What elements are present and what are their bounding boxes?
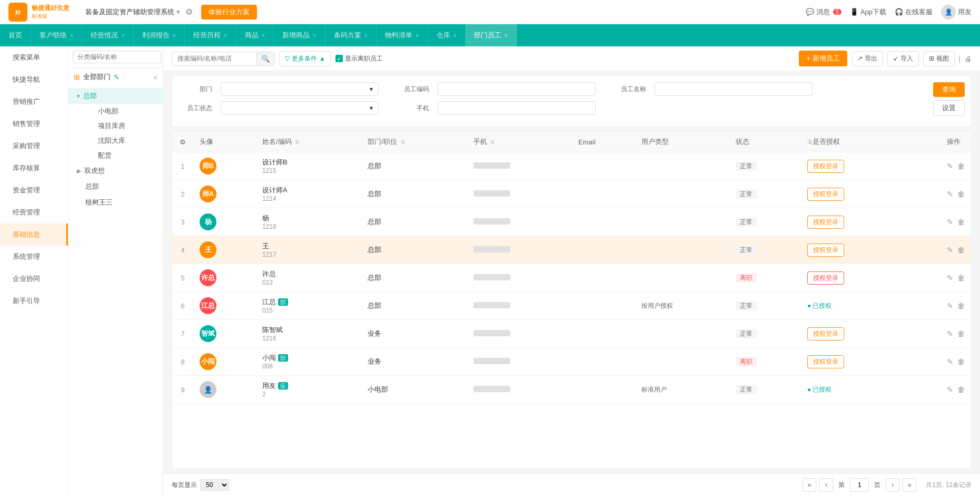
edit-icon[interactable]: ✎ (947, 246, 953, 254)
view-button[interactable]: ⊞ 视图 (923, 51, 955, 66)
search-button[interactable]: 🔍 (256, 52, 274, 65)
delete-icon[interactable]: 🗑 (957, 302, 965, 310)
sidebar-item-basic[interactable]: 基础信息 (0, 223, 68, 246)
delete-icon[interactable]: 🗑 (957, 329, 965, 338)
nav-tab-利润报告[interactable]: 利润报告× (134, 24, 185, 46)
dept-node-zongbu2[interactable]: 总部 (68, 179, 163, 194)
tab-close-icon[interactable]: × (504, 32, 508, 38)
delete-icon[interactable]: 🗑 (957, 357, 965, 366)
add-employee-button[interactable]: + 新增员工 (799, 51, 847, 66)
dept-child-xiangmu[interactable]: 项目库房 (83, 119, 163, 133)
dept-child-xiaodian[interactable]: 小电部 (83, 104, 163, 119)
auth-button[interactable]: 授权登录 (807, 244, 844, 257)
col-settings[interactable]: ⚙ (172, 132, 193, 152)
delete-icon[interactable]: 🗑 (957, 218, 965, 226)
last-page-button[interactable]: » (903, 478, 916, 492)
sidebar-item-quicknav[interactable]: 快捷导航 (0, 69, 68, 91)
delete-icon[interactable]: 🗑 (957, 246, 965, 254)
empcode-filter-input[interactable] (438, 82, 596, 96)
sidebar-item-corp[interactable]: 企业协同 (0, 268, 68, 290)
auth-button[interactable]: 授权登录 (807, 355, 844, 368)
nav-tab-新增商品[interactable]: 新增商品× (274, 24, 325, 46)
set-button[interactable]: 设置 (933, 100, 965, 116)
edit-icon[interactable]: ✎ (947, 218, 953, 226)
search-input[interactable] (172, 52, 256, 65)
app-download-button[interactable]: 📱 App下载 (850, 7, 886, 17)
dept-node-zhishu[interactable]: 植树王三 (68, 194, 163, 210)
nav-tab-条码方案[interactable]: 条码方案× (325, 24, 377, 46)
edit-icon[interactable]: ✎ (947, 274, 953, 282)
print-button[interactable]: 🖨 (965, 55, 972, 63)
nav-tab-商品[interactable]: 商品× (236, 24, 274, 46)
edit-icon[interactable]: ✎ (947, 385, 953, 394)
delete-icon[interactable]: 🗑 (957, 385, 965, 394)
auth-button[interactable]: 授权登录 (807, 188, 844, 201)
query-button[interactable]: 查询 (933, 82, 965, 97)
nav-tab-经营情况[interactable]: 经营情况× (82, 24, 133, 46)
dept-child-shenyang[interactable]: 沈阳大库 (83, 133, 163, 148)
system-name-dropdown[interactable]: ▾ (176, 8, 180, 16)
show-resigned-checkbox[interactable]: ✓ 显示离职员工 (335, 54, 383, 63)
sidebar-item-marketing[interactable]: 营销推广 (0, 91, 68, 113)
nav-tab-经营历程[interactable]: 经营历程× (185, 24, 236, 46)
nav-tab-部门员工[interactable]: 部门员工× (466, 24, 517, 46)
auth-button[interactable]: 授权登录 (807, 160, 844, 173)
sidebar-item-operations[interactable]: 经营管理 (0, 201, 68, 223)
nav-tab-物料清单[interactable]: 物料清单× (377, 24, 428, 46)
more-filter-button[interactable]: ▽ 更多条件 ▲ (279, 51, 331, 66)
col-name[interactable]: 姓名/编码 ⇅ (256, 132, 361, 152)
sidebar-item-finance[interactable]: 资金管理 (0, 179, 68, 201)
prev-page-button[interactable]: ‹ (819, 478, 833, 492)
gear-icon[interactable]: ⚙ (185, 7, 193, 17)
col-dept[interactable]: 部门/职位 ⇅ (361, 132, 467, 152)
print-icon[interactable]: | (959, 55, 961, 63)
auth-button[interactable]: 授权登录 (807, 271, 844, 285)
tab-close-icon[interactable]: × (415, 32, 419, 38)
tab-close-icon[interactable]: × (121, 32, 124, 38)
dept-collapse-icon[interactable]: « (154, 73, 157, 81)
empname-filter-input[interactable] (655, 82, 813, 96)
user-button[interactable]: 👤 用友 (941, 5, 972, 20)
edit-icon[interactable]: ✎ (947, 357, 953, 366)
tab-close-icon[interactable]: × (453, 32, 457, 38)
dept-edit-icon[interactable]: ✎ (114, 73, 120, 81)
sidebar-item-search[interactable]: 搜索菜单 (0, 46, 68, 69)
trial-button[interactable]: 体验行业方案 (201, 5, 257, 20)
edit-icon[interactable]: ✎ (947, 329, 953, 338)
nav-tab-首页[interactable]: 首页 (0, 24, 31, 46)
sidebar-item-inventory[interactable]: 库存核算 (0, 157, 68, 179)
nav-tab-客户联络[interactable]: 客户联络× (31, 24, 82, 46)
edit-icon[interactable]: ✎ (947, 190, 953, 198)
edit-icon[interactable]: ✎ (947, 162, 953, 170)
page-number-input[interactable] (850, 478, 869, 492)
import-button[interactable]: ↙ 导入 (887, 51, 919, 66)
tab-close-icon[interactable]: × (364, 32, 368, 38)
tab-close-icon[interactable]: × (224, 32, 227, 38)
nav-tab-仓库[interactable]: 仓库× (428, 24, 466, 46)
page-size-select[interactable]: 50 100 200 (200, 479, 229, 491)
delete-icon[interactable]: 🗑 (957, 190, 965, 198)
sidebar-item-sales[interactable]: 销售管理 (0, 113, 68, 135)
phone-filter-input[interactable] (438, 101, 596, 115)
delete-icon[interactable]: 🗑 (957, 274, 965, 282)
tab-close-icon[interactable]: × (262, 32, 265, 38)
tab-close-icon[interactable]: × (313, 32, 316, 38)
messages-button[interactable]: 💬 消息 5 (806, 7, 842, 17)
empstatus-filter-select[interactable]: ▾ (221, 101, 379, 115)
export-button[interactable]: ↗ 导出 (852, 51, 883, 66)
tab-close-icon[interactable]: × (70, 32, 73, 38)
auth-button[interactable]: 授权登录 (807, 327, 844, 341)
dept-node-zongbu[interactable]: ▾总部 (68, 88, 163, 104)
edit-icon[interactable]: ✎ (947, 302, 953, 310)
sidebar-item-purchase[interactable]: 采购管理 (0, 135, 68, 157)
sidebar-item-system[interactable]: 系统管理 (0, 246, 68, 268)
dept-search-input[interactable] (73, 51, 161, 63)
sidebar-item-guide[interactable]: 新手引导 (0, 290, 68, 312)
dept-filter-select[interactable]: ▾ (221, 82, 379, 96)
first-page-button[interactable]: « (803, 478, 816, 492)
auth-button[interactable]: 授权登录 (807, 216, 844, 229)
delete-icon[interactable]: 🗑 (957, 162, 965, 170)
tab-close-icon[interactable]: × (173, 32, 176, 38)
dept-node-shuanghuxiang[interactable]: ▶双虎想 (68, 163, 163, 179)
next-page-button[interactable]: › (886, 478, 899, 492)
